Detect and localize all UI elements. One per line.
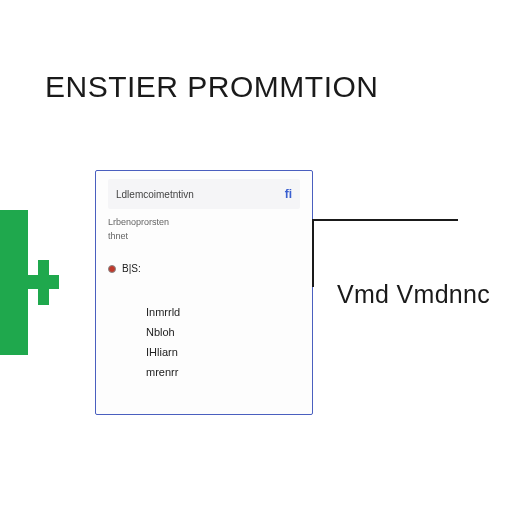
dialog-header-bar: Ldlemcoimetntivn fi xyxy=(108,179,300,209)
menu-item[interactable]: IHliarn xyxy=(146,346,180,358)
plus-icon-v xyxy=(38,260,49,305)
annotation-connector-horizontal xyxy=(313,219,458,221)
dialog-header-badge: fi xyxy=(285,187,292,201)
radio-option-1[interactable]: B|S: xyxy=(108,263,141,274)
page-title: ENSTIER PROMMTION xyxy=(45,70,379,104)
menu-item[interactable]: Inmrrld xyxy=(146,306,180,318)
dialog-menu-list: Inmrrld Nbloh IHliarn mrenrr xyxy=(146,306,180,386)
green-sidebar-block xyxy=(0,210,28,355)
menu-item[interactable]: mrenrr xyxy=(146,366,180,378)
annotation-connector-vertical xyxy=(312,219,314,287)
dialog-description: Lrbenoprorsten thnet xyxy=(108,216,169,243)
dialog-desc-line2: thnet xyxy=(108,230,169,244)
dialog-header-text: Ldlemcoimetntivn xyxy=(116,189,194,200)
dialog-desc-line1: Lrbenoprorsten xyxy=(108,216,169,230)
radio-label-1: B|S: xyxy=(122,263,141,274)
radio-icon xyxy=(108,265,116,273)
menu-item[interactable]: Nbloh xyxy=(146,326,180,338)
settings-dialog: Ldlemcoimetntivn fi Lrbenoprorsten thnet… xyxy=(95,170,313,415)
annotation-label: Vmd Vmdnnc xyxy=(337,280,490,309)
